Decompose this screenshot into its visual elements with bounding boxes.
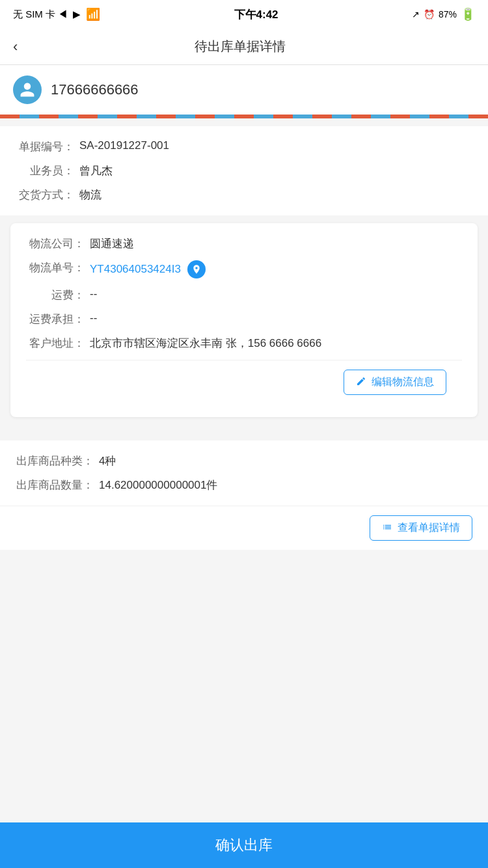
delivery-method-value: 物流 — [79, 187, 472, 202]
location-icon: ↗ — [412, 9, 420, 20]
goods-type-value: 4种 — [99, 454, 472, 468]
battery-icon: 🔋 — [461, 7, 475, 21]
tracking-number-container: YT43064053424I3 — [85, 260, 206, 278]
edit-logistics-label: 编辑物流信息 — [372, 375, 434, 389]
status-left: 无 SIM 卡 ◀ ▶ 📶 — [13, 7, 100, 21]
goods-quantity-value: 14.620000000000001件 — [99, 478, 472, 493]
view-detail-icon — [382, 522, 392, 535]
freight-value: -- — [90, 288, 462, 301]
logistics-info-card: 物流公司： 圆通速递 物流单号： YT43064053424I3 运费： -- … — [10, 223, 478, 417]
page-title: 待出库单据详情 — [31, 38, 449, 55]
empty-area — [0, 550, 488, 667]
edit-icon — [356, 376, 366, 389]
logistics-company-row: 物流公司： 圆通速递 — [26, 236, 462, 251]
goods-info-section: 出库商品种类： 4种 出库商品数量： 14.620000000000001件 — [0, 441, 488, 506]
address-label: 客户地址： — [26, 336, 85, 351]
section-separator — [0, 425, 488, 433]
delivery-method-row: 交货方式： 物流 — [16, 187, 472, 202]
back-button[interactable]: ‹ — [13, 38, 18, 55]
avatar — [13, 75, 42, 104]
goods-type-label: 出库商品种类： — [16, 454, 94, 468]
view-detail-label: 查看单据详情 — [398, 521, 460, 535]
tracking-number-value: YT43064053424I3 — [90, 263, 181, 276]
address-row: 客户地址： 北京市市辖区海淀区永丰南 张，156 6666 6666 — [26, 336, 462, 351]
tracking-number-row: 物流单号： YT43064053424I3 — [26, 260, 462, 278]
document-number-value: SA-20191227-001 — [79, 139, 472, 152]
freight-bearer-label: 运费承担： — [26, 312, 85, 327]
bottom-spacer — [0, 667, 488, 719]
customer-header: 17666666666 — [0, 65, 488, 115]
confirm-button[interactable]: 确认出库 — [0, 822, 488, 868]
view-detail-row: 查看单据详情 — [0, 506, 488, 550]
nav-bar: ‹ 待出库单据详情 — [0, 29, 488, 65]
sales-person-row: 业务员： 曾凡杰 — [16, 163, 472, 178]
goods-quantity-label: 出库商品数量： — [16, 478, 94, 493]
document-number-row: 单据编号： SA-20191227-001 — [16, 139, 472, 154]
edit-logistics-button[interactable]: 编辑物流信息 — [344, 370, 446, 395]
wifi-signal: 📶 — [86, 7, 100, 21]
battery-percent: 87% — [439, 9, 457, 20]
dashed-divider — [0, 115, 488, 118]
sales-person-value: 曾凡杰 — [79, 163, 472, 178]
wifi-icon: ▶ — [73, 8, 81, 20]
map-pin-icon[interactable] — [187, 260, 206, 278]
goods-type-row: 出库商品种类： 4种 — [16, 454, 472, 468]
edit-btn-row: 编辑物流信息 — [26, 360, 462, 404]
freight-bearer-row: 运费承担： -- — [26, 312, 462, 327]
goods-quantity-row: 出库商品数量： 14.620000000000001件 — [16, 478, 472, 493]
freight-bearer-value: -- — [90, 312, 462, 325]
status-time: 下午4:42 — [234, 7, 278, 22]
sim-status: 无 SIM 卡 ◀ — [13, 8, 68, 21]
customer-phone: 17666666666 — [51, 81, 139, 98]
logistics-company-label: 物流公司： — [26, 236, 85, 251]
logistics-company-value: 圆通速递 — [90, 236, 462, 251]
status-right: ↗ ⏰ 87% 🔋 — [412, 7, 475, 21]
sales-person-label: 业务员： — [16, 163, 74, 178]
view-detail-button[interactable]: 查看单据详情 — [370, 515, 472, 541]
freight-label: 运费： — [26, 288, 85, 303]
freight-row: 运费： -- — [26, 288, 462, 303]
tracking-number-label: 物流单号： — [26, 260, 85, 275]
confirm-button-label: 确认出库 — [215, 835, 273, 855]
order-info-section: 单据编号： SA-20191227-001 业务员： 曾凡杰 交货方式： 物流 — [0, 126, 488, 215]
status-bar: 无 SIM 卡 ◀ ▶ 📶 下午4:42 ↗ ⏰ 87% 🔋 — [0, 0, 488, 29]
alarm-icon: ⏰ — [424, 9, 435, 20]
address-value: 北京市市辖区海淀区永丰南 张，156 6666 6666 — [90, 336, 462, 351]
document-number-label: 单据编号： — [16, 139, 74, 154]
delivery-method-label: 交货方式： — [16, 187, 74, 202]
